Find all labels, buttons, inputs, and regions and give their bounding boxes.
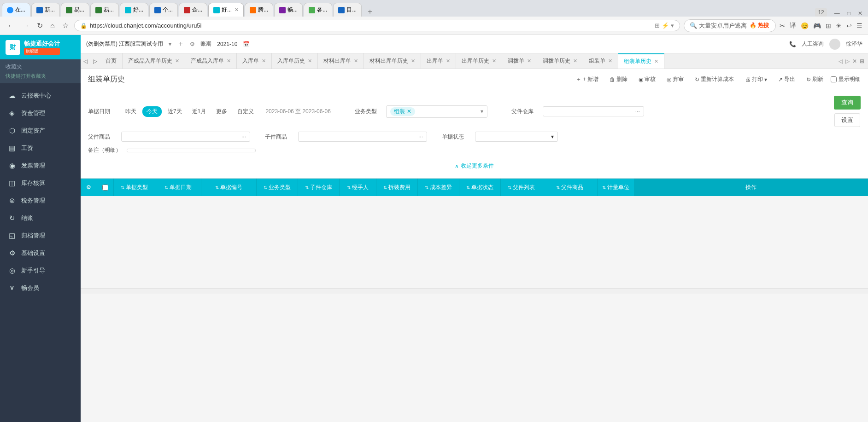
th-cost-diff[interactable]: ⇅ 成本差异 [418, 179, 459, 196]
sidebar-item-fund[interactable]: ◈ 资金管理 [0, 104, 81, 122]
tab-close-out-order[interactable]: ✕ [446, 58, 450, 64]
export-button[interactable]: ↗ 导出 [774, 74, 799, 85]
th-settings[interactable]: ⚙ [81, 179, 97, 196]
sidebar-item-salary[interactable]: ▤ 工资 [0, 139, 81, 157]
sidebar-item-checkout[interactable]: ↻ 结账 [0, 209, 81, 227]
th-order-no[interactable]: ⇅ 单据编号 [201, 179, 257, 196]
print-button[interactable]: 🖨 打印 ▾ [741, 74, 771, 85]
sidebar-item-settings[interactable]: ⚙ 基础设置 [0, 244, 81, 262]
biz-type-dropdown[interactable]: ▾ [481, 108, 483, 115]
forward-button[interactable]: → [20, 20, 31, 32]
tab-close-assembly[interactable]: ✕ [608, 58, 612, 64]
display-detail-checkbox[interactable]: 显示明细 [831, 75, 861, 83]
home-button[interactable]: ⌂ [48, 20, 57, 32]
minimize-button[interactable]: — [831, 10, 844, 17]
print-dropdown-icon[interactable]: ▾ [764, 76, 767, 83]
tab-close-current[interactable]: ✕ [852, 58, 857, 64]
tab-close-in-order[interactable]: ✕ [262, 58, 266, 64]
set-button[interactable]: 设置 [834, 113, 860, 127]
sidebar-item-invoice[interactable]: ◉ 发票管理 [0, 157, 81, 174]
th-order-type[interactable]: ⇅ 单据类型 [114, 179, 155, 196]
page-tab-out-history[interactable]: 出库单历史 ✕ [456, 53, 502, 69]
th-order-date[interactable]: ⇅ 单据日期 [155, 179, 201, 196]
recalc-button[interactable]: ↻ 重新计算成本 [691, 74, 738, 85]
bookmark-button[interactable]: ☆ [60, 19, 70, 32]
th-parent-list[interactable]: ⇅ 父件列表 [501, 179, 542, 196]
remark-input[interactable] [127, 149, 256, 152]
refresh-button[interactable]: ↻ 刷新 [803, 74, 827, 85]
game-icon[interactable]: 🎮 [813, 22, 821, 29]
tab-close-prod-in[interactable]: ✕ [227, 58, 231, 64]
horizontal-scrollbar[interactable] [81, 288, 868, 294]
grid2-icon[interactable]: ⊞ [826, 22, 831, 29]
unapprove-button[interactable]: ◎ 弃审 [663, 74, 687, 85]
sidebar-item-member[interactable]: V 畅会员 [0, 279, 81, 297]
date-btn-1month[interactable]: 近1月 [188, 106, 211, 117]
browser-tab-8[interactable]: 好... ✕ [208, 3, 244, 17]
child-goods-more[interactable]: ··· [418, 133, 423, 140]
browser-tab-7[interactable]: 企... [179, 3, 207, 17]
settings-gear-icon[interactable]: ⚙ [190, 41, 195, 47]
parent-goods-more[interactable]: ··· [241, 133, 246, 140]
date-btn-7days[interactable]: 近7天 [164, 106, 186, 117]
select-all-checkbox[interactable] [102, 185, 108, 191]
page-tab-in-history[interactable]: 入库单历史 ✕ [272, 53, 318, 69]
tab-more-options[interactable]: ⊞ [860, 58, 864, 64]
scissors-icon[interactable]: ✂ [780, 22, 785, 29]
th-order-status[interactable]: ⇅ 单据状态 [459, 179, 501, 196]
sidebar-item-guide[interactable]: ◎ 新手引导 [0, 262, 81, 279]
sidebar-item-archive[interactable]: ◱ 归档管理 [0, 227, 81, 244]
sidebar-item-cloud-report[interactable]: ☁ 云报表中心 [0, 87, 81, 104]
tabs-scroll-left[interactable]: ◁ [81, 58, 90, 64]
browser-tab-2[interactable]: 新... [31, 3, 60, 17]
tab-close-out-history[interactable]: ✕ [492, 58, 496, 64]
th-biz-type[interactable]: ⇅ 业务类型 [257, 179, 298, 196]
th-handler[interactable]: ⇅ 经手人 [340, 179, 376, 196]
page-tab-home[interactable]: 首页 [100, 53, 123, 69]
browser-tab-5[interactable]: 好... [120, 3, 148, 17]
page-tab-adjust[interactable]: 调拨单 ✕ [502, 53, 537, 69]
close-button[interactable]: ✕ [854, 10, 866, 17]
new-tab-button[interactable]: ＋ [363, 7, 377, 17]
undo-icon[interactable]: ↩ [846, 22, 852, 29]
th-checkbox[interactable] [97, 179, 114, 196]
parent-goods-input[interactable]: ··· [121, 132, 250, 142]
biz-type-input[interactable]: 组装 ✕ ▾ [386, 105, 487, 118]
tabs-scroll-prev[interactable]: ◁ [839, 58, 843, 64]
dropdown-icon[interactable]: ▾ [671, 22, 674, 29]
th-child-warehouse[interactable]: ⇅ 子件仓库 [298, 179, 340, 196]
page-tab-prod-in-history[interactable]: 产成品入库单历史 ✕ [123, 53, 185, 69]
date-btn-custom[interactable]: 自定义 [233, 106, 258, 117]
date-btn-today[interactable]: 今天 [142, 106, 162, 117]
page-tab-adjust-history[interactable]: 调拨单历史 ✕ [537, 53, 583, 69]
order-status-select[interactable]: ▾ [475, 132, 558, 142]
tab-close-material-out[interactable]: ✕ [354, 58, 358, 64]
th-disassembly-fee[interactable]: ⇅ 拆装费用 [376, 179, 418, 196]
display-detail-input[interactable] [831, 76, 837, 82]
new-button[interactable]: ＋ + 新增 [572, 74, 602, 85]
browser-tab-10[interactable]: 畅... [274, 3, 303, 17]
page-tab-assembly[interactable]: 组装单 ✕ [583, 53, 618, 69]
refresh-button[interactable]: ↻ [35, 19, 45, 32]
tab-close-adjust[interactable]: ✕ [527, 58, 531, 64]
parent-warehouse-more[interactable]: ··· [635, 108, 640, 115]
biz-type-tag-close[interactable]: ✕ [407, 108, 411, 115]
browser-tab-4[interactable]: 易... [90, 3, 119, 17]
date-btn-more[interactable]: 更多 [212, 106, 231, 117]
page-tab-assembly-history[interactable]: 组装单历史 ✕ [618, 53, 664, 69]
collapse-button[interactable]: ∧ 收起更多条件 [88, 159, 861, 173]
sidebar-item-fixed-asset[interactable]: ⬡ 固定资产 [0, 122, 81, 139]
page-tab-out-order[interactable]: 出库单 ✕ [421, 53, 456, 69]
browser-tab-6[interactable]: 个... [149, 3, 178, 17]
calendar-icon[interactable]: 📅 [243, 41, 250, 47]
page-tab-prod-in[interactable]: 产成品入库单 ✕ [185, 53, 237, 69]
th-unit[interactable]: ⇅ 计量单位 [598, 179, 634, 196]
th-parent-goods[interactable]: ⇅ 父件商品 [542, 179, 598, 196]
company-dropdown-icon[interactable]: ▾ [169, 41, 171, 47]
browser-tab-3[interactable]: 易... [61, 3, 89, 17]
approve-button[interactable]: ◉ 审核 [635, 74, 659, 85]
tab-close-material-out-history[interactable]: ✕ [411, 58, 415, 64]
maximize-button[interactable]: □ [844, 10, 854, 17]
browser-tab-12[interactable]: 目... [333, 3, 362, 17]
tab-close-assembly-history[interactable]: ✕ [654, 58, 658, 64]
